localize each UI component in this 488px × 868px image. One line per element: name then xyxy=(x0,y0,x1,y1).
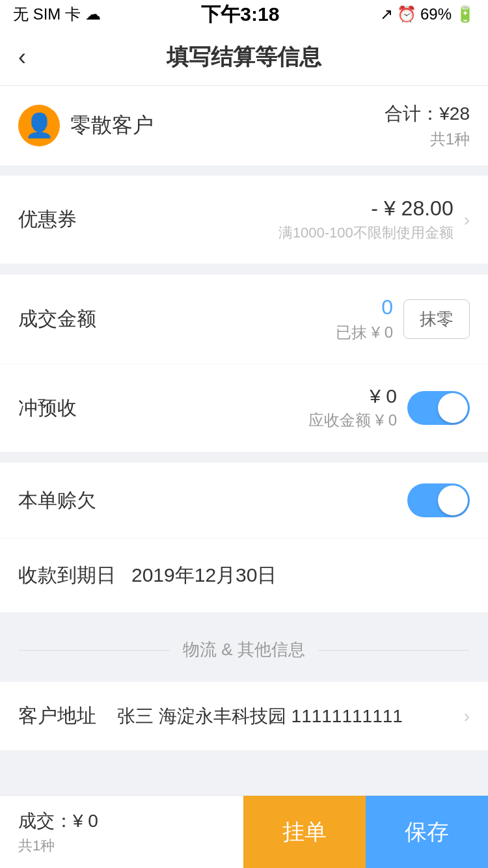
status-time: 下午3:18 xyxy=(201,1,279,28)
prepayment-toggle[interactable] xyxy=(407,391,470,425)
address-label: 客户地址 xyxy=(18,703,96,729)
avatar: 👤 xyxy=(18,105,60,146)
prepayment-right: ¥ 0 应收金额 ¥ 0 xyxy=(308,385,470,431)
battery-icon: 🔋 xyxy=(455,5,475,23)
customer-total: 合计：¥28 共1种 xyxy=(385,102,470,150)
logistics-label: 物流 & 其他信息 xyxy=(170,638,318,661)
coupon-chevron: › xyxy=(464,210,470,230)
coupon-label: 优惠券 xyxy=(18,206,77,233)
status-right: ↗ ⏰ 69% 🔋 xyxy=(380,5,475,23)
debit-toggle[interactable] xyxy=(407,483,470,517)
prepayment-value: ¥ 0 xyxy=(308,385,397,407)
content-area: 👤 零散客户 合计：¥28 共1种 优惠券 - ¥ 28.00 满1000-10… xyxy=(0,86,488,828)
debit-row: 本单赊欠 xyxy=(0,463,488,539)
transaction-value-block: 0 已抹 ¥ 0 xyxy=(336,295,393,343)
prepayment-sub: 应收金额 ¥ 0 xyxy=(308,410,397,431)
customer-row: 👤 零散客户 合计：¥28 共1种 xyxy=(0,86,488,165)
toggle-knob xyxy=(438,393,468,423)
customer-name: 零散客户 xyxy=(70,111,154,140)
round-button[interactable]: 抹零 xyxy=(403,299,470,339)
transaction-value[interactable]: 0 xyxy=(336,295,393,319)
address-chevron: › xyxy=(464,706,470,727)
save-button[interactable]: 保存 xyxy=(366,796,488,869)
prepayment-label: 冲预收 xyxy=(18,395,77,422)
bottom-transaction-label: 成交： xyxy=(18,811,73,831)
divider-4 xyxy=(0,677,488,682)
logistics-section-header: 物流 & 其他信息 xyxy=(0,623,488,677)
bottom-count: 共1种 xyxy=(18,836,225,856)
coupon-amount: - ¥ 28.00 xyxy=(278,197,454,221)
customer-info-left: 👤 零散客户 xyxy=(18,105,154,146)
address-value: 张三 海淀永丰科技园 11111111111 xyxy=(117,704,464,729)
transaction-row: 成交金额 0 已抹 ¥ 0 抹零 xyxy=(0,275,488,364)
location-icon: ↗ xyxy=(380,5,393,23)
debit-right xyxy=(407,483,470,517)
signal-text: 无 SIM 卡 ☁ xyxy=(13,4,101,25)
due-date-label: 收款到期日 xyxy=(18,562,116,589)
page-title: 填写结算等信息 xyxy=(167,42,321,72)
coupon-row[interactable]: 优惠券 - ¥ 28.00 满1000-100不限制使用金额 › xyxy=(0,176,488,264)
status-bar: 无 SIM 卡 ☁ 下午3:18 ↗ ⏰ 69% 🔋 xyxy=(0,0,488,29)
coupon-value-block: - ¥ 28.00 满1000-100不限制使用金额 xyxy=(278,197,454,243)
transaction-label: 成交金额 xyxy=(18,306,96,332)
total-amount: 合计：¥28 xyxy=(385,102,470,126)
back-button[interactable]: ‹ xyxy=(18,44,26,71)
nav-bar: ‹ 填写结算等信息 xyxy=(0,29,488,86)
alarm-icon: ⏰ xyxy=(397,5,416,23)
address-row[interactable]: 客户地址 张三 海淀永丰科技园 11111111111 › xyxy=(0,682,488,750)
bottom-info: 成交：¥ 0 共1种 xyxy=(0,809,243,856)
transaction-right: 0 已抹 ¥ 0 抹零 xyxy=(336,295,470,343)
divider-2 xyxy=(0,452,488,463)
bottom-transaction: 成交：¥ 0 xyxy=(18,809,225,834)
due-date-value: 2019年12月30日 xyxy=(131,562,277,589)
prepayment-row: 冲预收 ¥ 0 应收金额 ¥ 0 xyxy=(0,364,488,452)
transaction-sub: 已抹 ¥ 0 xyxy=(336,322,393,343)
person-icon: 👤 xyxy=(25,112,54,139)
debit-label: 本单赊欠 xyxy=(18,487,96,514)
status-left: 无 SIM 卡 ☁ xyxy=(13,4,101,25)
divider-3 xyxy=(0,612,488,623)
divider-1 xyxy=(0,264,488,275)
prepayment-value-block: ¥ 0 应收金额 ¥ 0 xyxy=(308,385,397,431)
bottom-transaction-value: ¥ 0 xyxy=(73,811,98,831)
hang-button[interactable]: 挂单 xyxy=(243,796,366,869)
battery-text: 69% xyxy=(420,5,452,23)
coupon-desc: 满1000-100不限制使用金额 xyxy=(278,223,454,243)
bottom-bar: 成交：¥ 0 共1种 挂单 保存 xyxy=(0,795,488,868)
total-count: 共1种 xyxy=(385,129,470,150)
coupon-right: - ¥ 28.00 满1000-100不限制使用金额 › xyxy=(278,197,470,243)
due-date-row: 收款到期日 2019年12月30日 xyxy=(0,539,488,612)
debit-toggle-knob xyxy=(438,485,468,515)
